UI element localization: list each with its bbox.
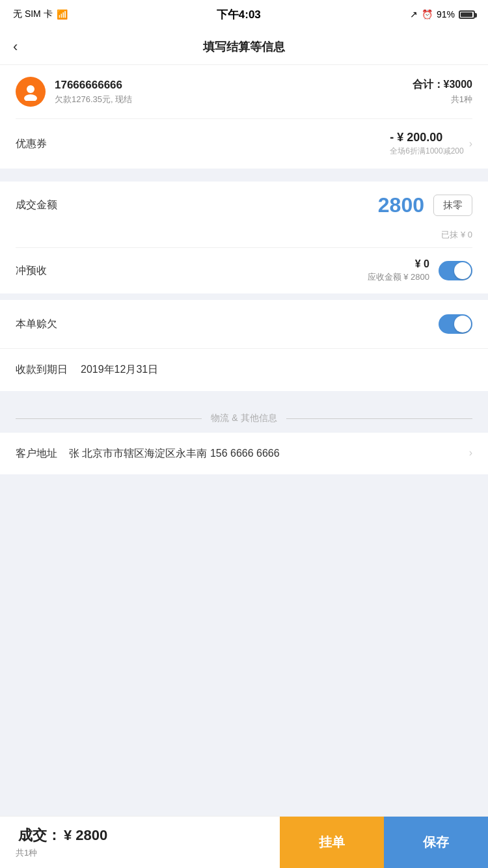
bottom-summary: 成交：¥ 2800 共1种 bbox=[0, 826, 280, 859]
bottom-padding bbox=[0, 481, 488, 494]
page-title: 填写结算等信息 bbox=[203, 39, 285, 55]
amount-right: 2800 抹零 bbox=[378, 193, 472, 217]
prepay-row: 冲预收 ¥ 0 应收金额 ¥ 2800 bbox=[0, 248, 488, 293]
address-section[interactable]: 客户地址 张 北京市市辖区海淀区永丰南 156 6666 6666 › bbox=[0, 433, 488, 474]
logistics-separator: 物流 & 其他信息 bbox=[0, 404, 488, 433]
deal-amount: ¥ 2800 bbox=[64, 827, 107, 843]
coupon-desc: 全场6折满1000减200 bbox=[390, 146, 463, 157]
duedate-row: 收款到期日 2019年12月31日 bbox=[0, 348, 488, 391]
battery-icon bbox=[459, 10, 475, 19]
prepay-amount: ¥ 0 bbox=[368, 258, 429, 270]
prepay-right: ¥ 0 应收金额 ¥ 2800 bbox=[368, 258, 472, 283]
address-row[interactable]: 客户地址 张 北京市市辖区海淀区永丰南 156 6666 6666 › bbox=[0, 433, 488, 474]
gray-separator-2 bbox=[0, 293, 488, 300]
amount-sub: 已抹 ¥ 0 bbox=[0, 229, 488, 247]
status-right: ↗ ⏰ 91% bbox=[410, 9, 475, 20]
gray-separator-3 bbox=[0, 398, 488, 404]
bottom-bar: 成交：¥ 2800 共1种 挂单 保存 bbox=[0, 816, 488, 868]
back-button[interactable]: ‹ bbox=[13, 38, 18, 55]
coupon-right: - ¥ 200.00 全场6折满1000减200 › bbox=[390, 131, 472, 157]
address-value: 张 北京市市辖区海淀区永丰南 156 6666 6666 bbox=[69, 446, 463, 461]
avatar bbox=[16, 77, 46, 107]
amount-label: 成交金额 bbox=[16, 198, 57, 212]
coupon-label: 优惠券 bbox=[16, 137, 47, 151]
bottom-deal: 成交：¥ 2800 bbox=[16, 826, 264, 845]
bottom-count: 共1种 bbox=[16, 847, 264, 859]
prepay-label: 冲预收 bbox=[16, 264, 47, 278]
customer-info: 17666666666 欠款1276.35元, 现结 bbox=[55, 79, 132, 105]
total-amount: 合计：¥3000 bbox=[413, 78, 473, 92]
deal-label: 成交： bbox=[18, 827, 61, 843]
status-bar: 无 SIM 卡 📶 下午4:03 ↗ ⏰ 91% bbox=[0, 0, 488, 29]
customer-left: 17666666666 欠款1276.35元, 现结 bbox=[16, 77, 132, 107]
prepay-amount-block: ¥ 0 应收金额 ¥ 2800 bbox=[368, 258, 429, 283]
customer-phone: 17666666666 bbox=[55, 79, 132, 92]
address-chevron-icon: › bbox=[469, 447, 472, 459]
location-icon: ↗ bbox=[410, 9, 418, 20]
wifi-icon: 📶 bbox=[57, 9, 68, 20]
debt-toggle-knob bbox=[454, 316, 471, 332]
svg-point-1 bbox=[24, 94, 37, 101]
battery-percent: 91% bbox=[437, 9, 455, 20]
debt-toggle[interactable] bbox=[439, 314, 472, 334]
customer-section: 17666666666 欠款1276.35元, 现结 合计：¥3000 共1种 … bbox=[0, 65, 488, 169]
hold-button[interactable]: 挂单 bbox=[280, 817, 384, 869]
address-label: 客户地址 bbox=[16, 447, 57, 461]
duedate-value: 2019年12月31日 bbox=[81, 363, 158, 377]
svg-point-0 bbox=[27, 85, 34, 93]
total-count: 共1种 bbox=[413, 94, 473, 105]
prepay-receivable: 应收金额 ¥ 2800 bbox=[368, 271, 429, 283]
amount-row: 成交金额 2800 抹零 bbox=[0, 182, 488, 229]
amount-value: 2800 bbox=[378, 193, 424, 217]
logistics-text: 物流 & 其他信息 bbox=[202, 413, 286, 424]
status-time: 下午4:03 bbox=[217, 7, 261, 22]
coupon-row[interactable]: 优惠券 - ¥ 200.00 全场6折满1000减200 › bbox=[0, 119, 488, 169]
status-left: 无 SIM 卡 📶 bbox=[13, 8, 68, 20]
coupon-discount: - ¥ 200.00 bbox=[390, 131, 463, 144]
customer-right: 合计：¥3000 共1种 bbox=[413, 78, 473, 105]
alarm-icon: ⏰ bbox=[422, 9, 433, 20]
customer-row: 17666666666 欠款1276.35元, 现结 合计：¥3000 共1种 bbox=[0, 65, 488, 118]
duedate-label: 收款到期日 bbox=[16, 363, 68, 377]
debt-row: 本单赊欠 bbox=[0, 300, 488, 348]
nav-bar: ‹ 填写结算等信息 bbox=[0, 29, 488, 65]
amount-section: 成交金额 2800 抹零 已抹 ¥ 0 冲预收 ¥ 0 应收金额 ¥ 2800 bbox=[0, 182, 488, 293]
round-button[interactable]: 抹零 bbox=[433, 195, 472, 216]
debt-section: 本单赊欠 收款到期日 2019年12月31日 bbox=[0, 300, 488, 391]
coupon-chevron-icon: › bbox=[469, 138, 472, 150]
customer-debt: 欠款1276.35元, 现结 bbox=[55, 94, 132, 105]
toggle-knob bbox=[454, 262, 471, 279]
gray-separator-1 bbox=[0, 175, 488, 182]
debt-label: 本单赊欠 bbox=[16, 318, 57, 331]
save-button[interactable]: 保存 bbox=[384, 817, 488, 869]
prepay-toggle[interactable] bbox=[439, 261, 472, 280]
no-sim-text: 无 SIM 卡 bbox=[13, 8, 53, 20]
